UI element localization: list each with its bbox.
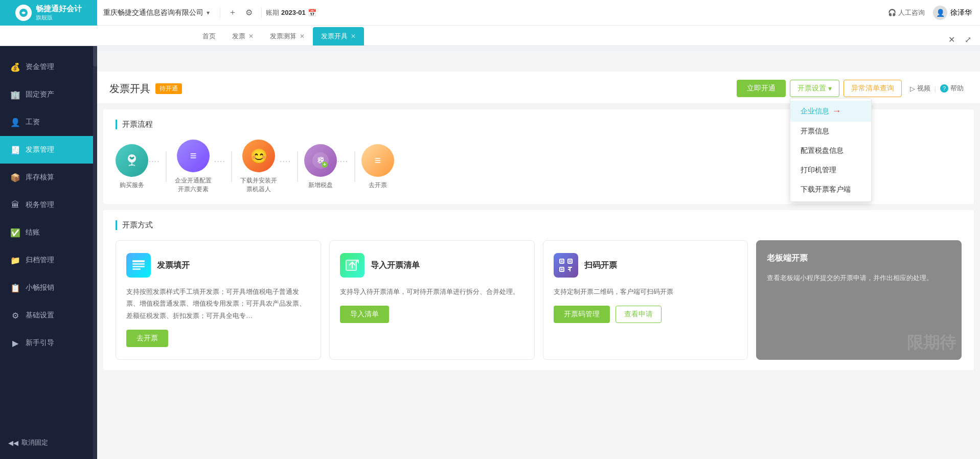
check-icon: ✅: [10, 227, 20, 238]
dropdown-item-tax-config[interactable]: 配置税盘信息: [790, 141, 871, 160]
methods-section: 开票方式 发票填开 支持按照发票样式手工填开发票；可开具增值税电子普通发票、增值…: [103, 210, 974, 370]
import-list-btn[interactable]: 导入清单: [340, 306, 389, 323]
page-title-area: 发票开具 待开通: [109, 82, 182, 96]
maximize-icon[interactable]: ⤢: [962, 33, 974, 45]
arrow-right-icon: →: [832, 106, 841, 117]
cancel-fixed-label: 取消固定: [21, 438, 48, 447]
help-label[interactable]: 帮助: [950, 84, 964, 93]
dropdown-arrow-icon: ▾: [828, 84, 832, 93]
import-invoice-title: 导入开票清单: [371, 260, 420, 271]
tab-invoice-close[interactable]: ✕: [248, 33, 254, 40]
invoice-icon: 🧾: [10, 145, 20, 155]
sidebar-item-tax[interactable]: 🏛 税务管理: [0, 191, 97, 219]
settings-label: 开票设置: [797, 84, 826, 93]
dropdown-item-invoice-info[interactable]: 开票信息: [790, 122, 871, 141]
sidebar-item-salary[interactable]: 👤 工资: [0, 108, 97, 136]
tab-issue-close[interactable]: ✕: [351, 33, 356, 40]
import-invoice-desc: 支持导入待开票清单，可对待开票清单进行拆分、合并处理。: [340, 286, 524, 297]
video-help-area: ▷ 视频 | ? 帮助: [906, 80, 968, 97]
sidebar-item-settle[interactable]: ✅ 结账: [0, 219, 97, 246]
report-icon: 📋: [10, 283, 20, 293]
open-button[interactable]: 立即开通: [737, 80, 786, 97]
sidebar-label-settle: 结账: [26, 228, 40, 237]
add-icon[interactable]: ＋: [224, 5, 241, 21]
sidebar-scrollbar[interactable]: [93, 26, 97, 459]
method-scan-header: 扫码开票: [554, 253, 738, 278]
sidebar-item-assets[interactable]: 🏢 固定资产: [0, 81, 97, 108]
fill-invoice-title: 发票填开: [157, 260, 190, 271]
user-name: 徐泽华: [950, 8, 972, 17]
import-invoice-icon: [340, 253, 364, 278]
step-label-download: 下载并安装开票机器人: [238, 176, 279, 194]
flow-dots-1: ····: [148, 155, 159, 179]
divider: [220, 8, 220, 18]
gear-icon: ⚙: [10, 310, 20, 320]
folder-icon: 📁: [10, 255, 20, 265]
fill-invoice-btn[interactable]: 去开票: [126, 330, 168, 347]
logo-text-area: 畅捷通好会计 旗舰版: [36, 4, 82, 21]
tab-home[interactable]: 首页: [194, 27, 224, 45]
boss-invoice-desc: 查看老板端小程序提交的开票申请，并作出相应的处理。: [767, 272, 951, 284]
view-apply-btn[interactable]: 查看申请: [616, 306, 662, 323]
flow-step-tax: 税+ 新增税盘: [304, 144, 337, 190]
sidebar-item-settings[interactable]: ⚙ 基础设置: [0, 302, 97, 329]
sidebar-item-capital[interactable]: 💰 资金管理: [0, 53, 97, 81]
svg-rect-8: [132, 260, 145, 262]
question-icon: ?: [940, 84, 948, 93]
user-area[interactable]: 👤 徐泽华: [933, 6, 972, 20]
exception-button[interactable]: 异常清单查询: [844, 80, 902, 97]
sidebar-label-salary: 工资: [26, 118, 40, 127]
svg-rect-18: [561, 260, 563, 262]
printer-label: 打印机管理: [801, 166, 836, 175]
video-label[interactable]: 视频: [917, 84, 930, 93]
cancel-fixed-button[interactable]: ◀◀ 取消固定: [0, 431, 97, 454]
logo-icon: [15, 5, 32, 21]
flow-step-buy: 购买服务: [116, 144, 148, 190]
play-circle-icon[interactable]: ▷: [910, 85, 915, 93]
close-window-icon[interactable]: ✕: [945, 33, 958, 45]
settings-button[interactable]: 开票设置 ▾: [790, 80, 839, 97]
tax-icon: 🏛: [10, 200, 20, 210]
tab-issue[interactable]: 发票开具 ✕: [313, 27, 364, 45]
logo-main-text: 畅捷通好会计: [36, 4, 82, 14]
sidebar-item-report[interactable]: 📋 小畅报销: [0, 274, 97, 302]
settings-dropdown-menu: 企业信息 → 开票信息 配置税盘信息 打印机管理 下载开票客户端: [790, 98, 872, 202]
qr-manage-btn[interactable]: 开票码管理: [554, 306, 610, 323]
svg-rect-11: [132, 268, 141, 270]
scan-invoice-title: 扫码开票: [584, 260, 617, 271]
sidebar-item-inventory[interactable]: 📦 库存核算: [0, 164, 97, 191]
sidebar-label-archive: 归档管理: [26, 256, 54, 265]
dropdown-item-company-info[interactable]: 企业信息 →: [790, 101, 871, 122]
consult-button[interactable]: 🎧 人工咨询: [888, 8, 925, 17]
scan-invoice-icon: [554, 253, 578, 278]
sidebar-item-archive[interactable]: 📁 归档管理: [0, 246, 97, 274]
svg-rect-9: [132, 263, 145, 265]
sidebar: 📊 云报表中心 💰 资金管理 🏢 固定资产 👤 工资 🧾 发票管理 📦 库存核算…: [0, 26, 97, 459]
box-icon: 📦: [10, 172, 20, 182]
step-circle-issue: ≡: [361, 144, 394, 177]
calendar-icon[interactable]: 📅: [308, 9, 316, 17]
sidebar-label-report: 小畅报销: [26, 283, 54, 292]
dropdown-item-printer[interactable]: 打印机管理: [790, 160, 871, 180]
svg-rect-10: [132, 266, 145, 267]
sidebar-item-guide[interactable]: ▶ 新手引导: [0, 329, 97, 357]
person-icon: 👤: [10, 117, 20, 127]
page-header: 发票开具 待开通 立即开通 开票设置 ▾ 企业信息 → 开票信息: [97, 72, 980, 103]
flow-step-download: 😊 下载并安装开票机器人: [238, 140, 279, 194]
method-card-boss: 老板端开票 查看老板端小程序提交的开票申请，并作出相应的处理。 限期待: [756, 240, 962, 360]
tab-estimate[interactable]: 发票测算 ✕: [262, 27, 313, 45]
flow-dots-4: ····: [337, 155, 348, 179]
dropdown-item-download-client[interactable]: 下载开票客户端: [790, 180, 871, 199]
top-right-area: 🎧 人工咨询 👤 徐泽华: [888, 6, 972, 20]
consult-label: 人工咨询: [898, 8, 925, 17]
company-selector[interactable]: 重庆畅捷交通信息咨询有限公司 ▾: [97, 8, 216, 17]
sidebar-item-invoice[interactable]: 🧾 发票管理: [0, 136, 97, 164]
sidebar-label-inventory: 库存核算: [26, 173, 54, 182]
tab-estimate-close[interactable]: ✕: [300, 33, 305, 40]
settings-icon[interactable]: ⚙: [241, 5, 257, 21]
flow-divider-3: [297, 151, 298, 182]
method-card-scan: 扫码开票 支持定制开票二维码，客户端可扫码开票 开票码管理 查看申请: [543, 240, 748, 360]
tab-invoice[interactable]: 发票 ✕: [224, 27, 262, 45]
step-circle-config: ≡: [177, 140, 210, 172]
tax-config-label: 配置税盘信息: [801, 146, 844, 155]
